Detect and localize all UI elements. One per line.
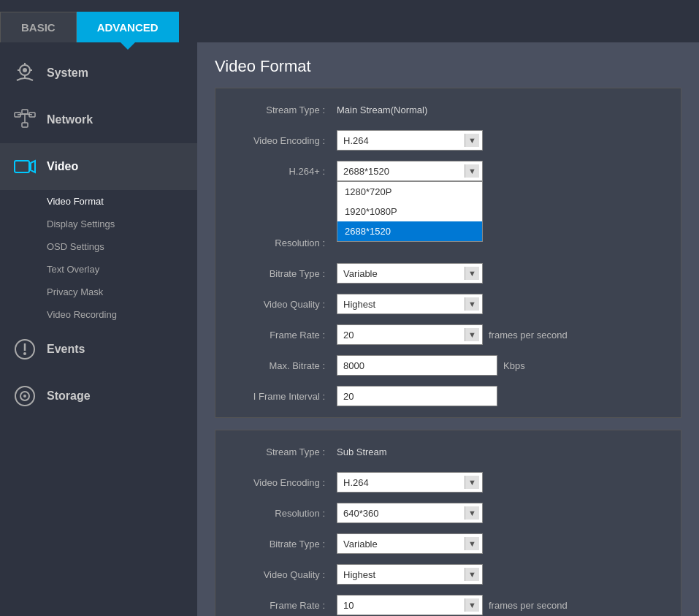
- main-h264plus-row: H.264+ : 2688*1520 ▼ 1280*720P 1920*1080…: [215, 156, 681, 186]
- sub-frame-rate-select[interactable]: 10 ▼: [337, 595, 483, 615]
- sub-frame-rate-row: Frame Rate : 10 ▼ frames per second: [215, 590, 681, 616]
- main-stream-type-row: Stream Type : Main Stream(Normal): [215, 94, 681, 125]
- main-i-frame-input[interactable]: [337, 386, 497, 406]
- svg-point-17: [23, 352, 26, 355]
- main-video-quality-control: Highest ▼: [337, 294, 669, 314]
- main-resolution-option-2[interactable]: 2688*1520: [337, 221, 482, 241]
- sub-bitrate-type-row: Bitrate Type : Variable ▼: [215, 528, 681, 559]
- main-max-bitrate-unit: Kbps: [503, 360, 525, 371]
- sub-frame-rate-arrow: ▼: [465, 598, 479, 612]
- main-video-quality-select[interactable]: Highest ▼: [337, 294, 483, 314]
- sidebar-sub-video-recording[interactable]: Video Recording: [0, 303, 197, 326]
- main-frame-rate-select[interactable]: 20 ▼: [337, 324, 483, 345]
- sub-video-quality-control: Highest ▼: [337, 564, 669, 585]
- sidebar: System Network: [0, 42, 197, 616]
- svg-line-10: [18, 114, 25, 115]
- sub-resolution-select[interactable]: 640*360 ▼: [337, 503, 483, 523]
- top-tab-bar: BASIC ADVANCED: [0, 0, 699, 42]
- sidebar-sub-text-overlay[interactable]: Text Overlay: [0, 258, 197, 281]
- sidebar-sub-display-settings[interactable]: Display Settings: [0, 213, 197, 235]
- sub-resolution-row: Resolution : 640*360 ▼: [215, 498, 681, 528]
- main-video-quality-arrow: ▼: [465, 297, 479, 311]
- main-layout: System Network: [0, 42, 699, 616]
- sub-video-quality-arrow: ▼: [465, 568, 479, 581]
- main-resolution-option-0[interactable]: 1280*720P: [337, 182, 482, 202]
- svg-rect-13: [15, 161, 29, 172]
- sidebar-item-storage[interactable]: Storage: [0, 373, 197, 419]
- main-stream-type-value: Main Stream(Normal): [337, 104, 669, 115]
- main-resolution-dropdown-container: 2688*1520 ▼ 1280*720P 1920*1080P 2688*15…: [337, 161, 483, 181]
- sub-video-encoding-control: H.264 ▼: [337, 472, 669, 493]
- sub-stream-type-row: Stream Type : Sub Stream: [215, 436, 681, 467]
- main-resolution-arrow: ▼: [465, 164, 479, 178]
- sidebar-storage-label: Storage: [47, 389, 91, 403]
- sidebar-sub-video-format[interactable]: Video Format: [0, 190, 197, 213]
- sub-video-quality-label: Video Quality :: [227, 569, 337, 580]
- sub-frame-rate-label: Frame Rate :: [227, 600, 337, 611]
- main-i-frame-control: [337, 386, 669, 406]
- main-max-bitrate-control: Kbps: [337, 355, 669, 376]
- sidebar-sub-osd-settings[interactable]: OSD Settings: [0, 235, 197, 258]
- main-bitrate-type-row: Bitrate Type : Variable ▼: [215, 258, 681, 289]
- main-video-encoding-select[interactable]: H.264 ▼: [337, 130, 483, 151]
- sub-video-encoding-select[interactable]: H.264 ▼: [337, 472, 483, 493]
- svg-marker-14: [31, 161, 35, 172]
- main-resolution-select[interactable]: 2688*1520 ▼: [337, 161, 483, 181]
- sub-video-quality-select[interactable]: Highest ▼: [337, 564, 483, 585]
- sidebar-item-video[interactable]: Video: [0, 143, 197, 190]
- main-frame-rate-control: 20 ▼ frames per second: [337, 324, 669, 345]
- sub-resolution-label: Resolution :: [227, 508, 337, 519]
- tab-advanced[interactable]: ADVANCED: [77, 12, 179, 42]
- svg-rect-9: [22, 123, 28, 127]
- main-video-encoding-control: H.264 ▼: [337, 130, 669, 151]
- svg-line-11: [25, 114, 32, 115]
- main-frame-rate-row: Frame Rate : 20 ▼ frames per second: [215, 319, 681, 350]
- sidebar-sub-privacy-mask[interactable]: Privacy Mask: [0, 281, 197, 303]
- main-stream-section: Stream Type : Main Stream(Normal) Video …: [215, 88, 681, 418]
- main-max-bitrate-input[interactable]: [337, 355, 497, 376]
- svg-point-1: [23, 68, 27, 72]
- sidebar-network-label: Network: [47, 113, 93, 126]
- main-resolution-dropdown: 1280*720P 1920*1080P 2688*1520: [337, 181, 483, 242]
- content-area: Video Format Stream Type : Main Stream(N…: [197, 42, 699, 616]
- sidebar-item-network[interactable]: Network: [0, 96, 197, 143]
- sub-resolution-control: 640*360 ▼: [337, 503, 669, 523]
- sidebar-events-label: Events: [47, 343, 85, 356]
- main-resolution-option-1[interactable]: 1920*1080P: [337, 202, 482, 221]
- sub-video-encoding-row: Video Encoding : H.264 ▼: [215, 467, 681, 498]
- main-bitrate-type-label: Bitrate Type :: [227, 268, 337, 279]
- sub-resolution-arrow: ▼: [465, 506, 479, 520]
- main-video-encoding-arrow: ▼: [465, 134, 479, 147]
- main-frame-rate-unit: frames per second: [489, 330, 568, 341]
- main-i-frame-label: I Frame Interval :: [227, 391, 337, 402]
- sidebar-item-events[interactable]: Events: [0, 326, 197, 373]
- sub-video-encoding-label: Video Encoding :: [227, 477, 337, 488]
- main-resolution-label: Resolution :: [227, 237, 337, 248]
- sidebar-system-label: System: [47, 66, 88, 80]
- main-frame-rate-arrow: ▼: [465, 328, 479, 341]
- sub-bitrate-type-control: Variable ▼: [337, 533, 669, 554]
- storage-icon: [12, 383, 38, 409]
- tab-basic[interactable]: BASIC: [0, 12, 77, 42]
- main-video-quality-row: Video Quality : Highest ▼: [215, 289, 681, 319]
- main-max-bitrate-label: Max. Bitrate :: [227, 360, 337, 371]
- main-i-frame-row: I Frame Interval :: [215, 381, 681, 411]
- main-video-encoding-row: Video Encoding : H.264 ▼: [215, 125, 681, 156]
- main-bitrate-type-select[interactable]: Variable ▼: [337, 263, 483, 284]
- sub-video-encoding-arrow: ▼: [465, 476, 479, 489]
- sub-frame-rate-unit: frames per second: [489, 600, 568, 611]
- sub-stream-section: Stream Type : Sub Stream Video Encoding …: [215, 430, 681, 616]
- sidebar-item-system[interactable]: System: [0, 50, 197, 96]
- sub-bitrate-type-select[interactable]: Variable ▼: [337, 533, 483, 554]
- main-video-quality-label: Video Quality :: [227, 299, 337, 310]
- main-video-encoding-label: Video Encoding :: [227, 135, 337, 146]
- sidebar-video-label: Video: [47, 160, 78, 173]
- sub-bitrate-type-arrow: ▼: [465, 537, 479, 550]
- events-icon: [12, 336, 38, 362]
- system-icon: [12, 60, 38, 86]
- sub-stream-type-value: Sub Stream: [337, 446, 669, 457]
- sub-frame-rate-control: 10 ▼ frames per second: [337, 595, 669, 615]
- sub-bitrate-type-label: Bitrate Type :: [227, 539, 337, 550]
- sub-stream-type-label: Stream Type :: [227, 446, 337, 457]
- svg-rect-7: [22, 110, 28, 114]
